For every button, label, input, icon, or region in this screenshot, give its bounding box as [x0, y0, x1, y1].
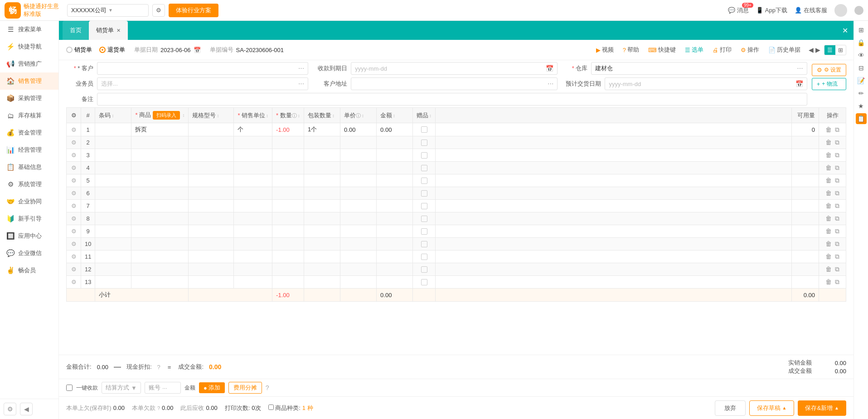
- cell-qty[interactable]: [272, 276, 304, 289]
- cell-pkgqty[interactable]: [304, 263, 340, 276]
- gift-checkbox-2[interactable]: [421, 140, 427, 146]
- cell-unit[interactable]: [234, 263, 272, 276]
- cell-product[interactable]: [131, 136, 189, 149]
- receipt-date-input[interactable]: yyyy-mm-dd 📅: [351, 62, 558, 75]
- delete-row-button[interactable]: 🗑: [825, 139, 832, 146]
- cell-product[interactable]: [131, 162, 189, 174]
- grid-view-button[interactable]: ⊞: [835, 45, 846, 55]
- cell-gift[interactable]: [413, 174, 436, 187]
- cell-barcode[interactable]: [95, 212, 131, 225]
- cell-unit[interactable]: [234, 174, 272, 187]
- cell-spec[interactable]: [189, 200, 234, 212]
- cell-price[interactable]: [340, 174, 377, 187]
- cell-unit[interactable]: [234, 200, 272, 212]
- cell-spec[interactable]: [189, 149, 234, 162]
- cell-amount[interactable]: [377, 149, 413, 162]
- discount-help-icon[interactable]: ?: [157, 364, 160, 371]
- cell-ops[interactable]: 🗑 ⧉: [819, 276, 846, 289]
- cell-product[interactable]: [131, 250, 189, 263]
- cell-unit[interactable]: [234, 238, 272, 250]
- copy-row-button[interactable]: ⧉: [835, 139, 839, 146]
- float-btn-5[interactable]: 📝: [856, 75, 867, 86]
- sidebar-item-operations[interactable]: 📊 经营管理: [0, 141, 58, 159]
- cell-unit[interactable]: [234, 212, 272, 225]
- toolbar-history-button[interactable]: 📄 历史单据: [766, 44, 803, 55]
- radio-return-circle[interactable]: [99, 47, 106, 53]
- delete-row-button[interactable]: 🗑: [825, 253, 832, 260]
- radio-sales[interactable]: 销货单: [66, 46, 92, 54]
- cell-ops[interactable]: 🗑 ⧉: [819, 136, 846, 149]
- cell-spec[interactable]: [189, 263, 234, 276]
- copy-row-button[interactable]: ⧉: [835, 126, 839, 133]
- sidebar-item-guide[interactable]: 🔰 新手引导: [0, 210, 58, 227]
- cell-price[interactable]: [340, 263, 377, 276]
- cell-settings[interactable]: ⚙: [67, 162, 81, 174]
- cell-amount[interactable]: [377, 263, 413, 276]
- cell-pkgqty[interactable]: [304, 162, 340, 174]
- next-arrow-icon[interactable]: ▶: [815, 46, 820, 53]
- cell-gift[interactable]: [413, 123, 436, 136]
- cell-gift[interactable]: [413, 212, 436, 225]
- cell-barcode[interactable]: [95, 200, 131, 212]
- sidebar-item-sales[interactable]: 🏠 销售管理: [0, 72, 58, 90]
- cell-ops[interactable]: 🗑 ⧉: [819, 212, 846, 225]
- sidebar-item-search[interactable]: ☰ 搜索菜单: [0, 21, 58, 38]
- cell-price[interactable]: [340, 250, 377, 263]
- cell-spec[interactable]: [189, 250, 234, 263]
- sidebar-item-marketing[interactable]: 📢 营销推广: [0, 55, 58, 72]
- copy-row-button[interactable]: ⧉: [835, 177, 839, 184]
- fee-split-button[interactable]: 费用分摊: [228, 382, 262, 394]
- warehouse-input[interactable]: 建材仓 ···: [591, 62, 807, 75]
- cell-settings[interactable]: ⚙: [67, 149, 81, 162]
- cell-unit[interactable]: [234, 162, 272, 174]
- delete-row-button[interactable]: 🗑: [825, 177, 832, 184]
- cell-gift[interactable]: [413, 225, 436, 238]
- sidebar-item-member[interactable]: ✌ 畅会员: [0, 262, 58, 279]
- copy-row-button[interactable]: ⧉: [835, 240, 839, 247]
- float-btn-8[interactable]: 📋: [856, 113, 867, 124]
- cell-qty[interactable]: [272, 187, 304, 200]
- cell-amount[interactable]: [377, 162, 413, 174]
- prev-arrow-icon[interactable]: ◀: [809, 46, 814, 53]
- cell-ops[interactable]: 🗑 ⧉: [819, 187, 846, 200]
- cell-price[interactable]: [340, 238, 377, 250]
- copy-row-button[interactable]: ⧉: [835, 164, 839, 171]
- cell-spec[interactable]: [189, 136, 234, 149]
- cell-product[interactable]: [131, 174, 189, 187]
- cell-product[interactable]: 拆页: [131, 123, 189, 136]
- float-btn-1[interactable]: ⊞: [856, 24, 867, 35]
- float-btn-6[interactable]: ✏: [856, 88, 867, 99]
- cell-barcode[interactable]: [95, 187, 131, 200]
- notes-input[interactable]: [97, 93, 807, 106]
- cell-amount[interactable]: [377, 212, 413, 225]
- avatar-extra[interactable]: [854, 6, 863, 15]
- cell-barcode[interactable]: [95, 238, 131, 250]
- cell-barcode[interactable]: [95, 174, 131, 187]
- cell-gift[interactable]: [413, 187, 436, 200]
- toolbar-help-button[interactable]: ? 帮助: [620, 44, 642, 55]
- cell-spec[interactable]: [189, 123, 234, 136]
- toolbar-select-button[interactable]: ☰ 选单: [682, 44, 706, 55]
- cell-pkgqty[interactable]: [304, 250, 340, 263]
- float-btn-4[interactable]: ⊟: [856, 63, 867, 73]
- cell-qty[interactable]: [272, 250, 304, 263]
- sidebar-item-enterprise[interactable]: 🤝 企业协同: [0, 193, 58, 210]
- sidebar-item-inventory[interactable]: 🗂 库存核算: [0, 107, 58, 124]
- cell-spec[interactable]: [189, 212, 234, 225]
- cell-price[interactable]: [340, 136, 377, 149]
- cell-settings[interactable]: ⚙: [67, 200, 81, 212]
- app-download-button[interactable]: 📱 App下载: [756, 6, 787, 14]
- copy-row-button[interactable]: ⧉: [835, 253, 839, 260]
- cell-settings[interactable]: ⚙: [67, 250, 81, 263]
- cell-ops[interactable]: 🗑 ⧉: [819, 174, 846, 187]
- th-settings[interactable]: ⚙: [67, 108, 81, 123]
- cell-price[interactable]: [340, 187, 377, 200]
- delete-row-button[interactable]: 🗑: [825, 151, 832, 159]
- cell-spec[interactable]: [189, 238, 234, 250]
- cell-ops[interactable]: 🗑 ⧉: [819, 225, 846, 238]
- delete-row-button[interactable]: 🗑: [825, 265, 832, 273]
- copy-row-button[interactable]: ⧉: [835, 215, 839, 222]
- cell-price[interactable]: 0.00: [340, 123, 377, 136]
- tab-home[interactable]: 首页: [63, 21, 89, 40]
- cell-pkgqty[interactable]: [304, 225, 340, 238]
